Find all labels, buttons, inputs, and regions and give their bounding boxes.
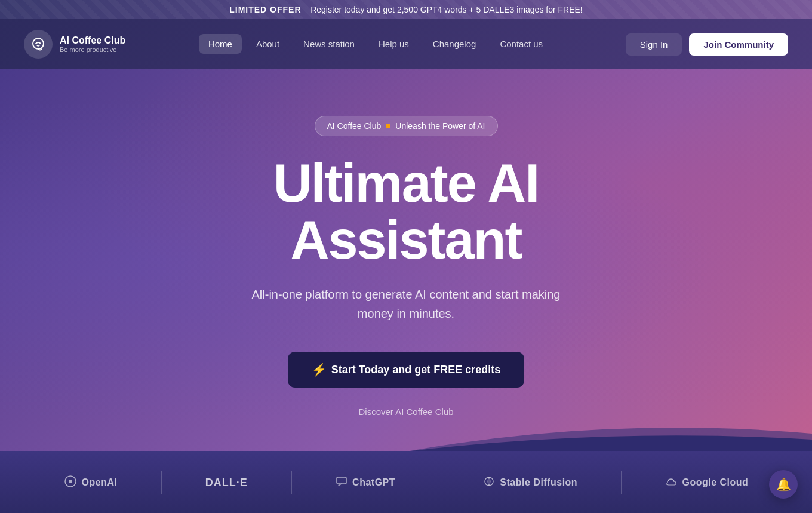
svg-point-2 [69, 480, 72, 483]
logo-icon [24, 30, 53, 59]
nav-item-home[interactable]: Home [199, 39, 242, 50]
brand-name: AI Coffee Club [60, 35, 125, 46]
nav-item-about[interactable]: About [247, 39, 289, 50]
partner-google-cloud: Google Cloud [665, 475, 748, 490]
nav-item-help[interactable]: Help us [369, 39, 419, 50]
lightning-icon: ⚡ [312, 363, 327, 377]
partner-dalle: DALL·E [205, 477, 248, 489]
hero-badge-brand: AI Coffee Club [327, 121, 382, 131]
google-cloud-label: Google Cloud [682, 477, 748, 488]
partner-chatgpt: ChatGPT [336, 475, 395, 490]
openai-icon [64, 475, 77, 491]
partner-stable-diffusion: Stable Diffusion [483, 475, 577, 490]
cta-button[interactable]: ⚡ Start Today and get FREE credits [288, 352, 525, 388]
nav-link-changelog[interactable]: Changelog [423, 34, 486, 54]
hero-content: AI Coffee Club Unleash the Power of AI U… [233, 116, 579, 417]
partners-inner: OpenAI DALL·E ChatGPT Stable [0, 451, 812, 513]
main-nav: AI Coffee Club Be more productive Home A… [0, 19, 812, 69]
limited-offer-label: LIMITED OFFER [229, 5, 301, 14]
nav-item-changelog[interactable]: Changelog [423, 39, 486, 50]
partners-section: OpenAI DALL·E ChatGPT Stable [0, 451, 812, 513]
hero-section: AI Coffee Club Unleash the Power of AI U… [0, 69, 812, 451]
nav-item-news[interactable]: News station [294, 39, 364, 50]
badge-dot [386, 124, 390, 128]
brand-tagline: Be more productive [60, 46, 125, 53]
divider-4 [621, 471, 622, 494]
stable-diffusion-icon [483, 475, 495, 490]
announcement-text: Register today and get 2,500 GPT4 words … [310, 5, 583, 14]
divider-3 [439, 471, 439, 494]
cta-label: Start Today and get FREE credits [331, 364, 501, 376]
nav-actions: Sign In Join Community [626, 33, 788, 56]
hero-badge: AI Coffee Club Unleash the Power of AI [315, 116, 498, 136]
svg-rect-3 [337, 477, 346, 484]
divider-2 [291, 471, 292, 494]
divider-1 [161, 471, 162, 494]
hero-badge-text: Unleash the Power of AI [395, 121, 485, 131]
announcement-bar: LIMITED OFFER Register today and get 2,5… [0, 0, 812, 19]
notification-button[interactable]: 🔔 [769, 470, 798, 499]
openai-label: OpenAI [82, 477, 118, 488]
bell-icon: 🔔 [776, 477, 791, 492]
signin-button[interactable]: Sign In [626, 33, 682, 56]
nav-links: Home About News station Help us Changelo… [199, 39, 552, 50]
dalle-label: DALL·E [205, 477, 248, 489]
chatgpt-label: ChatGPT [352, 477, 395, 488]
svg-point-0 [33, 38, 44, 49]
hero-title-line1: Ultimate AI [273, 153, 539, 213]
nav-link-news[interactable]: News station [294, 34, 364, 54]
nav-link-help[interactable]: Help us [369, 34, 419, 54]
nav-item-contact[interactable]: Contact us [490, 39, 552, 50]
nav-link-home[interactable]: Home [199, 34, 242, 54]
hero-title: Ultimate AI Assistant [233, 155, 579, 268]
hero-title-line2: Assistant [290, 210, 521, 270]
hero-subtitle: All-in-one platform to generate AI conte… [233, 285, 579, 323]
google-cloud-icon [665, 475, 677, 490]
logo-link[interactable]: AI Coffee Club Be more productive [24, 30, 125, 59]
join-community-button[interactable]: Join Community [689, 33, 788, 56]
partner-openai: OpenAI [64, 475, 118, 491]
discover-link[interactable]: Discover AI Coffee Club [233, 407, 579, 417]
logo-text: AI Coffee Club Be more productive [60, 35, 125, 53]
nav-link-contact[interactable]: Contact us [490, 34, 552, 54]
chatgpt-icon [336, 475, 347, 490]
nav-link-about[interactable]: About [247, 34, 289, 54]
stable-diffusion-label: Stable Diffusion [500, 477, 577, 488]
